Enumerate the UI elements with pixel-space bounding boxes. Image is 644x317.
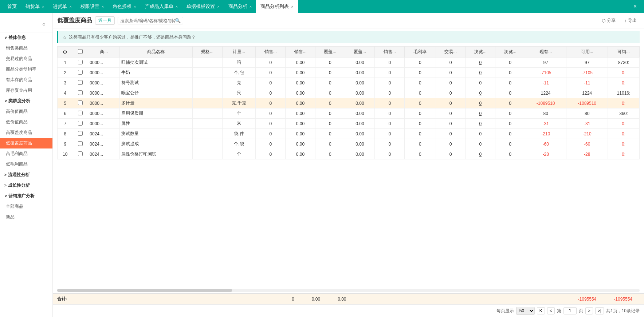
sidebar-item-all-goods[interactable]: 全部商品: [0, 201, 52, 212]
col-cov1: 覆盖...: [315, 47, 345, 58]
share-btn[interactable]: ⬡ 分享: [599, 16, 619, 25]
row-browse2: 0: [495, 58, 525, 68]
col-settings[interactable]: ⚙: [58, 47, 73, 58]
scrollbar-thumb[interactable]: [57, 289, 232, 292]
row-checkbox-input[interactable]: [78, 111, 83, 115]
row-checkbox-input[interactable]: [78, 131, 83, 136]
row-checkbox[interactable]: [73, 88, 88, 98]
nav-roles[interactable]: 角色授权 ×: [108, 0, 140, 13]
sidebar-item-low-profit[interactable]: 低毛利商品: [0, 159, 52, 170]
close-icon[interactable]: ×: [102, 4, 104, 9]
row-checkbox[interactable]: [73, 108, 88, 119]
sidebar-item-low-value[interactable]: 低价值商品: [0, 117, 52, 127]
sidebar-section-overall[interactable]: ∨ 整体信息: [0, 32, 52, 43]
current-page-input[interactable]: [564, 307, 577, 314]
row-browse1[interactable]: 0: [466, 149, 495, 159]
row-checkbox-input[interactable]: [78, 100, 83, 105]
row-browse1[interactable]: 0: [466, 68, 495, 78]
sidebar-section-growth[interactable]: > 成长性分析: [0, 180, 52, 191]
close-icon[interactable]: ×: [250, 4, 252, 9]
row-unit: 个: [222, 149, 256, 159]
row-checkbox[interactable]: [73, 68, 88, 78]
row-browse1[interactable]: 0: [466, 139, 495, 149]
row-cov2: 0.00: [345, 108, 375, 119]
row-browse1[interactable]: 0: [466, 58, 495, 68]
row-browse1[interactable]: 0: [466, 129, 495, 139]
row-browse1[interactable]: 0: [466, 88, 495, 98]
row-name: 属性价格打印测试: [120, 149, 193, 159]
row-checkbox-input[interactable]: [78, 80, 83, 85]
row-checkbox-input[interactable]: [78, 151, 83, 156]
select-all-checkbox[interactable]: [78, 49, 83, 54]
row-browse1[interactable]: 0: [466, 78, 495, 88]
row-checkbox[interactable]: [73, 98, 88, 108]
row-checkbox-input[interactable]: [78, 60, 83, 64]
row-checkbox[interactable]: [73, 129, 88, 139]
nav-analysis-list[interactable]: 商品分析列表 ×: [256, 0, 298, 13]
close-icon[interactable]: ×: [176, 4, 178, 9]
export-btn[interactable]: ↑ 导出: [621, 16, 640, 25]
sidebar-item-stocked[interactable]: 有库存的商品: [0, 75, 52, 85]
col-saleable: 可销...: [608, 47, 639, 58]
sidebar-collapse-btn[interactable]: «: [38, 17, 50, 31]
table-container[interactable]: ⚙ 商... 商品名称 规格... 计量... 销售... 销售... 覆盖..…: [57, 46, 640, 289]
row-sales-qty: 0: [256, 68, 286, 78]
sidebar-item-category-rate[interactable]: 商品分类动销率: [0, 64, 52, 75]
close-icon[interactable]: ×: [134, 4, 136, 9]
nav-analysis[interactable]: 商品分析 ×: [224, 0, 256, 13]
sidebar-item-sales-goods[interactable]: 销售类商品: [0, 43, 52, 54]
horizontal-scrollbar[interactable]: [57, 289, 640, 292]
row-spec: [192, 78, 222, 88]
col-checkbox[interactable]: [73, 47, 88, 58]
nav-permissions[interactable]: 权限设置 ×: [76, 0, 108, 13]
search-input[interactable]: [120, 18, 175, 23]
row-checkbox[interactable]: [73, 149, 88, 159]
nav-sales[interactable]: 销货单 ×: [21, 0, 48, 13]
page-size-select[interactable]: 50 10 20 100: [516, 307, 535, 315]
search-box: 🔍: [118, 17, 183, 24]
main-area: « ∨ 整体信息 销售类商品 交易过的商品 商品分类动销率 有库存的商品 库存资…: [0, 13, 644, 317]
nav-purchase[interactable]: 进货单 ×: [48, 0, 76, 13]
nav-home[interactable]: 首页: [3, 0, 21, 13]
last-page-btn[interactable]: >|: [595, 307, 604, 314]
row-cov1: 0: [315, 58, 345, 68]
row-checkbox[interactable]: [73, 139, 88, 149]
sidebar-item-traded[interactable]: 交易过的商品: [0, 54, 52, 64]
row-checkbox[interactable]: [73, 78, 88, 88]
row-checkbox-input[interactable]: [78, 90, 83, 95]
sidebar-item-capital[interactable]: 库存资金占用: [0, 85, 52, 96]
row-num: 9: [58, 139, 73, 149]
row-checkbox-input[interactable]: [78, 121, 83, 126]
close-icon[interactable]: ×: [291, 4, 293, 9]
row-current: 97: [525, 58, 566, 68]
row-checkbox-input[interactable]: [78, 70, 83, 75]
arrow-icon: ∨: [4, 99, 7, 103]
sidebar-item-high-value[interactable]: 高价值商品: [0, 106, 52, 117]
row-checkbox[interactable]: [73, 58, 88, 68]
sidebar-section-flow[interactable]: > 流通性分析: [0, 170, 52, 180]
table-body: 1 0000... 旺辅批次测试 箱 0 0.00 0 0.00 0 0 0 0…: [58, 58, 640, 159]
sidebar-item-high-profit[interactable]: 高毛利商品: [0, 148, 52, 159]
sidebar-item-high-coverage[interactable]: 高覆盖度商品: [0, 127, 52, 138]
prev-page-btn[interactable]: <: [547, 307, 555, 314]
row-browse1[interactable]: 0: [466, 119, 495, 129]
sidebar-item-new-goods[interactable]: 新品: [0, 212, 52, 222]
row-browse1[interactable]: 0: [466, 98, 495, 108]
col-sales-qty: 销售...: [256, 47, 286, 58]
row-browse1[interactable]: 0: [466, 108, 495, 119]
next-page-btn[interactable]: >: [585, 307, 593, 314]
nav-production[interactable]: 产成品入库单 ×: [141, 0, 182, 13]
date-filter-btn[interactable]: 近一月: [95, 16, 115, 25]
nav-close-all[interactable]: ×: [629, 3, 641, 10]
nav-template[interactable]: 单据模板设置 ×: [182, 0, 224, 13]
first-page-btn[interactable]: K: [537, 307, 545, 314]
close-icon[interactable]: ×: [69, 4, 71, 9]
row-available: -210: [566, 129, 608, 139]
sidebar-item-low-coverage[interactable]: 低覆盖度商品: [0, 138, 52, 148]
sidebar-section-marketing[interactable]: ∨ 营销推广分析: [0, 191, 52, 201]
sidebar-section-cluster[interactable]: ∨ 类群度分析: [0, 96, 52, 106]
row-checkbox[interactable]: [73, 119, 88, 129]
row-checkbox-input[interactable]: [78, 141, 83, 146]
close-icon[interactable]: ×: [42, 4, 44, 9]
close-icon[interactable]: ×: [217, 4, 219, 9]
